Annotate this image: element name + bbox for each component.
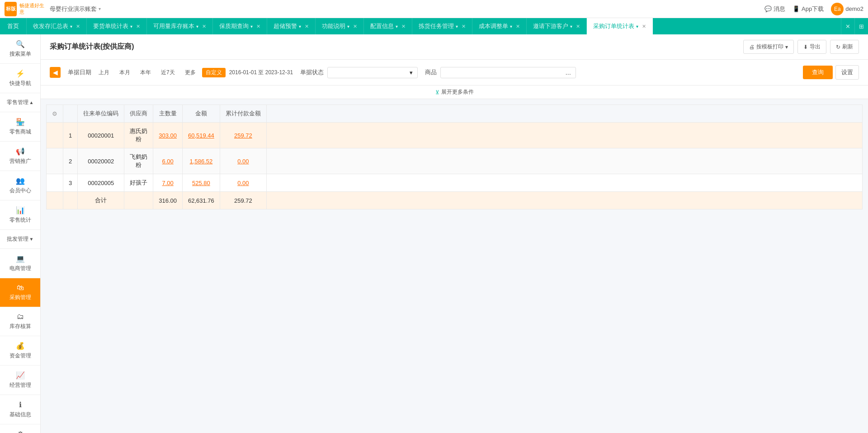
tab-invite-downstream-close[interactable]: ✕ [576, 24, 580, 29]
tab-purchase-summary[interactable]: 采购订单统计表 ▾ ✕ [587, 18, 653, 34]
tab-expiry-query-arrow: ▾ [250, 24, 253, 29]
tab-config-info-close[interactable]: ✕ [401, 24, 406, 29]
tab-receive-summary[interactable]: 收发存汇总表 ▾ ✕ [27, 18, 87, 34]
date-filter-label: 单据日期 [68, 68, 91, 76]
template-print-btn[interactable]: 🖨 按模板打印 ▾ [743, 40, 794, 54]
date-shortcut-last-month[interactable]: 上月 [95, 68, 113, 77]
tab-overstock-warning-label: 超储预警 [274, 22, 297, 30]
row-index: 3 [63, 174, 78, 192]
tab-expiry-query-close[interactable]: ✕ [256, 24, 260, 29]
row-index: 2 [63, 148, 78, 174]
footer-settings [47, 192, 63, 209]
sidebar-item-quick-nav[interactable]: ⚡ 快捷导航 [0, 64, 40, 93]
filter-settings-btn[interactable]: 设置 [835, 65, 859, 80]
top-bar: 标版 畅捷通好生意 母婴行业演示账套 ▾ 💬 消息 📱 App下载 Ea dem… [0, 0, 868, 18]
tab-pick-task[interactable]: 拣货任务管理 ▾ ✕ [412, 18, 472, 34]
tab-order-summary-close[interactable]: ✕ [136, 24, 140, 29]
footer-paid-amount: 259.72 [220, 192, 266, 209]
system-mgmt-icon: ⚙ [17, 430, 24, 433]
sidebar-item-finance-mgmt[interactable]: 💰 资金管理 [0, 336, 40, 366]
row-amount: 525.80 [183, 174, 220, 192]
tab-cost-adjust-close[interactable]: ✕ [516, 24, 520, 29]
sidebar-item-retail-mgmt[interactable]: 零售管理 ▲ [0, 93, 40, 112]
row-supplier-code: 00020002 [78, 148, 124, 174]
goods-filter-group: 商品 … [425, 67, 576, 78]
tab-receive-summary-close[interactable]: ✕ [76, 24, 80, 29]
tab-available-stock[interactable]: 可用量库存账本 ▾ ✕ [147, 18, 213, 34]
sidebar-item-wholesale-mgmt-label: 批发管理 [7, 235, 28, 243]
tab-cost-adjust[interactable]: 成本调整单 ▾ ✕ [472, 18, 527, 34]
goods-input[interactable]: … [440, 67, 576, 78]
workspace-selector[interactable]: 母婴行业演示账套 ▾ [50, 5, 101, 13]
row-settings [47, 174, 63, 192]
date-range-display: 2016-01-01 至 2023-12-31 [229, 69, 293, 76]
tab-available-stock-close[interactable]: ✕ [202, 24, 206, 29]
sidebar-item-retail-stats-label: 零售统计 [9, 216, 31, 224]
sidebar-item-member-center[interactable]: 👥 会员中心 [0, 171, 40, 200]
message-label: 消息 [774, 5, 785, 13]
tab-order-summary[interactable]: 要货单统计表 ▾ ✕ [87, 18, 147, 34]
tab-cost-adjust-label: 成本调整单 [479, 22, 508, 30]
page-actions: 🖨 按模板打印 ▾ ⬇ 导出 ↻ 刷新 [743, 40, 859, 59]
sidebar-item-basic-info[interactable]: ℹ 基础信息 [0, 395, 40, 424]
date-shortcut-more[interactable]: 更多 [181, 68, 199, 77]
row-supplier-name: 飞鹤奶粉 [124, 148, 153, 174]
sidebar-item-search-label: 搜索菜单 [9, 50, 31, 58]
sidebar-item-retail-mall[interactable]: 🏪 零售商城 [0, 112, 40, 142]
app-download-btn[interactable]: 📱 App下载 [793, 5, 824, 13]
query-btn[interactable]: 查询 [803, 66, 833, 79]
status-select[interactable]: ▾ [327, 67, 418, 78]
date-shortcut-7days[interactable]: 近7天 [157, 68, 179, 77]
tab-pick-task-close[interactable]: ✕ [462, 24, 466, 29]
quick-nav-icon: ⚡ [16, 69, 25, 78]
retail-mgmt-arrow-icon: ▲ [29, 100, 34, 105]
sidebar-item-search[interactable]: 🔍 搜索菜单 [0, 34, 40, 64]
tab-available-stock-label: 可用量库存账本 [153, 22, 194, 30]
th-settings[interactable]: ⚙ [47, 105, 63, 123]
filter-collapse-btn[interactable]: ◀ [50, 67, 61, 78]
filter-row: ◀ 单据日期 上月 本月 本年 近7天 更多 自定义 2016-01-01 至 … [50, 65, 859, 80]
tab-expiry-query[interactable]: 保质期查询 ▾ ✕ [213, 18, 267, 34]
date-shortcut-custom[interactable]: 自定义 [202, 68, 226, 77]
sidebar-item-system-mgmt[interactable]: ⚙ 系统管理 [0, 424, 40, 433]
tab-function-desc[interactable]: 功能说明 ▾ ✕ [316, 18, 364, 34]
footer-spacer [266, 192, 862, 209]
footer-label: 合计 [78, 192, 124, 209]
sidebar-item-purchase-mgmt[interactable]: 🛍 采购管理 [0, 278, 40, 307]
tab-purchase-summary-close[interactable]: ✕ [642, 24, 646, 29]
tab-home[interactable]: 首页 [0, 18, 27, 34]
sidebar-item-wholesale-mgmt[interactable]: 批发管理 ▼ [0, 230, 40, 249]
sidebar-item-purchase-mgmt-label: 采购管理 [9, 294, 31, 301]
row-paid-amount: 259.72 [220, 123, 266, 148]
purchase-mgmt-icon: 🛍 [17, 284, 24, 292]
sidebar-item-retail-stats[interactable]: 📊 零售统计 [0, 200, 40, 230]
date-shortcut-this-year[interactable]: 本年 [137, 68, 155, 77]
tab-order-summary-arrow: ▾ [130, 24, 132, 29]
expand-more-btn[interactable]: ⊻ 展开更多条件 [41, 86, 868, 99]
tab-function-desc-close[interactable]: ✕ [353, 24, 357, 29]
sidebar-item-stock-check[interactable]: 🗂 库存核算 [0, 307, 40, 336]
goods-search-input[interactable] [445, 69, 558, 76]
row-supplier-code: 00020005 [78, 174, 124, 192]
top-right-area: 💬 消息 📱 App下载 Ea demo2 [764, 3, 863, 15]
tab-config-info[interactable]: 配置信息 ▾ ✕ [364, 18, 412, 34]
tab-purchase-summary-label: 采购订单统计表 [593, 22, 634, 30]
tab-overstock-warning-close[interactable]: ✕ [305, 24, 309, 29]
member-center-icon: 👥 [16, 176, 25, 185]
close-all-tabs-btn[interactable]: ✕ [841, 18, 854, 34]
sidebar-item-ecommerce-mgmt[interactable]: 💻 电商管理 [0, 249, 40, 278]
refresh-btn[interactable]: ↻ 刷新 [830, 40, 859, 54]
row-paid-amount: 0.00 [220, 148, 266, 174]
goods-input-more-icon: … [565, 69, 571, 76]
expand-tabs-btn[interactable]: ⊞ [854, 18, 868, 34]
basic-info-icon: ℹ [19, 400, 22, 409]
export-btn[interactable]: ⬇ 导出 [797, 40, 826, 54]
sidebar-item-marketing[interactable]: 📢 营销推广 [0, 142, 40, 171]
row-amount: 1,586.52 [183, 148, 220, 174]
sidebar-item-ops-mgmt[interactable]: 📈 经营管理 [0, 366, 40, 395]
user-info[interactable]: Ea demo2 [831, 3, 863, 15]
tab-invite-downstream[interactable]: 邀请下游客户 ▾ ✕ [527, 18, 587, 34]
tab-overstock-warning[interactable]: 超储预警 ▾ ✕ [267, 18, 316, 34]
message-btn[interactable]: 💬 消息 [764, 5, 785, 13]
date-shortcut-this-month[interactable]: 本月 [116, 68, 134, 77]
